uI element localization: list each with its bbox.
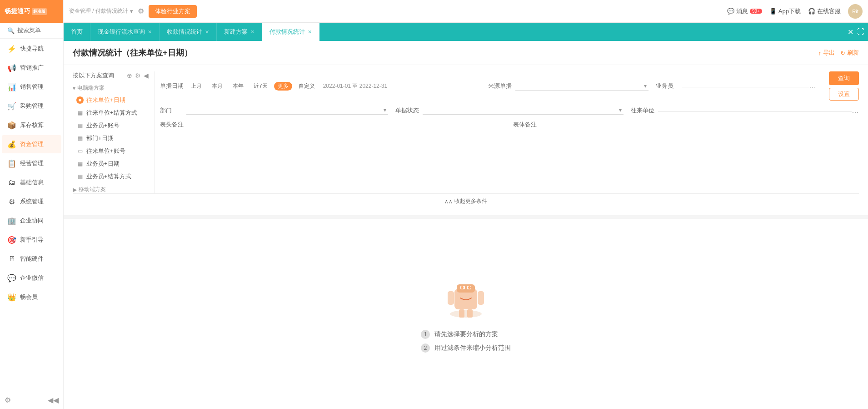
sidebar-item-hardware[interactable]: 🖥 智能硬件 bbox=[2, 250, 61, 268]
hint-text-2: 用过滤条件来缩小分析范围 bbox=[434, 344, 511, 352]
scheme-item-staff-date[interactable]: ▦业务员+日期 bbox=[73, 157, 149, 170]
tab-new-scheme[interactable]: 新建方案✕ bbox=[217, 23, 262, 41]
sidebar-item-wechat[interactable]: 💬 企业微信 bbox=[2, 269, 61, 287]
expand-tab-icon[interactable]: ⛶ bbox=[857, 28, 864, 36]
export-icon: ↑ bbox=[818, 50, 822, 56]
hint-num-2: 2 bbox=[421, 343, 430, 353]
sidebar-icon-system: ⚙ bbox=[7, 197, 16, 206]
breadcrumb-dropdown-icon[interactable]: ▾ bbox=[130, 8, 133, 15]
tab-payment-stats[interactable]: 付款情况统计✕ bbox=[262, 23, 319, 41]
desktop-scheme-group[interactable]: ▾ 电脑端方案 bbox=[73, 84, 149, 92]
tab-close-receipt-stats[interactable]: ✕ bbox=[205, 29, 209, 35]
header-remark-input[interactable] bbox=[187, 120, 506, 129]
sidebar-icon-finance: 💰 bbox=[7, 140, 16, 149]
sidebar-item-system[interactable]: ⚙ 系统管理 bbox=[2, 192, 61, 211]
topbar-settings-icon[interactable]: ⚙ bbox=[138, 7, 144, 15]
body-remark-input[interactable] bbox=[540, 120, 859, 129]
export-btn[interactable]: ↑ 导出 bbox=[818, 49, 835, 57]
avatar[interactable]: Rit bbox=[848, 4, 863, 19]
scheme-header: 按以下方案查询 ⊕ ⚙ ◀ bbox=[73, 71, 149, 80]
sidebar-icon-purchase: 🛒 bbox=[7, 101, 16, 111]
header-remark-filter: 表头备注 bbox=[160, 120, 506, 129]
refresh-btn[interactable]: ↻ 刷新 bbox=[840, 49, 859, 57]
sidebar-item-member[interactable]: 👑 畅会员 bbox=[2, 288, 61, 306]
scheme-active-dot-unit-date bbox=[76, 96, 84, 104]
scheme-item-staff-account[interactable]: ▦业务员+账号 bbox=[73, 119, 149, 132]
sidebar-icon-sales: 📊 bbox=[7, 82, 16, 91]
counterpart-dots[interactable]: … bbox=[852, 106, 859, 115]
collapse-sidebar-icon[interactable]: ◀◀ bbox=[48, 396, 59, 404]
scheme-item-staff-settle[interactable]: ▦业务员+结算方式 bbox=[73, 170, 149, 183]
query-btn[interactable]: 查询 bbox=[829, 71, 859, 85]
add-scheme-icon[interactable]: ⊕ bbox=[127, 72, 132, 79]
sidebar-label-guide: 新手引导 bbox=[20, 236, 44, 244]
tab-receipt-stats[interactable]: 收款情况统计✕ bbox=[160, 23, 217, 41]
tab-close-payment-stats[interactable]: ✕ bbox=[308, 29, 312, 35]
scheme-label-unit-account: 往来单位+账号 bbox=[86, 147, 125, 155]
sidebar-item-inventory[interactable]: 📦 库存核算 bbox=[2, 116, 61, 134]
svg-rect-2 bbox=[457, 284, 475, 293]
header-remark-label: 表头备注 bbox=[160, 121, 184, 129]
service-btn[interactable]: 🎧 在线客服 bbox=[808, 7, 841, 15]
sidebar-item-guide[interactable]: 🎯 新手引导 bbox=[2, 231, 61, 249]
date-tab-more[interactable]: 更多 bbox=[274, 82, 292, 91]
staff-dots[interactable]: … bbox=[809, 82, 816, 90]
query-settings: 查询 设置 bbox=[829, 71, 859, 101]
source-select-arrow: ▾ bbox=[644, 83, 647, 89]
hint-text-1: 请先选择要分析的方案 bbox=[434, 330, 498, 338]
settings-btn[interactable]: 设置 bbox=[829, 88, 859, 101]
sidebar-icon-basic: 🗂 bbox=[7, 178, 16, 187]
scheme-item-unit-account[interactable]: ▭往来单位+账号 bbox=[73, 145, 149, 157]
sidebar-label-quick-nav: 快捷导航 bbox=[20, 45, 44, 53]
avatar-text: Rit bbox=[852, 9, 858, 14]
settings-scheme-icon[interactable]: ⚙ bbox=[135, 72, 141, 79]
search-menu[interactable]: 🔍 搜索菜单 bbox=[0, 23, 63, 39]
scheme-item-dept-date[interactable]: ▦部门+日期 bbox=[73, 132, 149, 145]
date-tab-this-month[interactable]: 本月 bbox=[208, 81, 226, 91]
date-tab-7days[interactable]: 近7天 bbox=[250, 81, 271, 91]
sidebar-item-cooperation[interactable]: 🏢 企业协同 bbox=[2, 212, 61, 230]
date-tab-custom[interactable]: 自定义 bbox=[295, 81, 319, 91]
scheme-label-dept-date: 部门+日期 bbox=[86, 134, 114, 142]
sidebar-item-purchase[interactable]: 🛒 采购管理 bbox=[2, 97, 61, 115]
collapse-btn[interactable]: ∧∧ 收起更多条件 bbox=[73, 193, 859, 209]
status-select-arrow: ▾ bbox=[619, 107, 622, 113]
sidebar-nav: ⚡ 快捷导航 📢 营销推广 📊 销售管理 🛒 采购管理 📦 库存核算 💰 资金管… bbox=[0, 39, 63, 391]
sidebar-label-system: 系统管理 bbox=[20, 197, 44, 206]
empty-state-image bbox=[439, 275, 493, 321]
collapse-scheme-icon[interactable]: ◀ bbox=[144, 72, 149, 79]
settings-bottom-icon[interactable]: ⚙ bbox=[5, 396, 11, 404]
status-select[interactable]: ▾ bbox=[423, 106, 624, 115]
scheme-item-unit-settle[interactable]: ▦往来单位+结算方式 bbox=[73, 106, 149, 119]
main: 资金管理 / 付款情况统计 ▾ ⚙ 体验行业方案 💬 消息 99+ 📱 App下… bbox=[64, 0, 868, 409]
tab-close-bank-flow[interactable]: ✕ bbox=[148, 29, 152, 35]
refresh-icon: ↻ bbox=[840, 50, 845, 56]
sidebar-icon-hardware: 🖥 bbox=[7, 254, 16, 263]
date-tab-this-year[interactable]: 本年 bbox=[229, 81, 247, 91]
close-tab-icon[interactable]: ✕ bbox=[848, 28, 853, 36]
mobile-scheme-group[interactable]: ▶ 移动端方案 bbox=[73, 183, 149, 193]
sidebar-bottom: ⚙ ◀◀ bbox=[0, 391, 63, 409]
counterpart-select[interactable] bbox=[658, 109, 852, 111]
sidebar-item-quick-nav[interactable]: ⚡ 快捷导航 bbox=[2, 40, 61, 58]
tab-close-new-scheme[interactable]: ✕ bbox=[250, 29, 254, 35]
dept-select[interactable]: ▾ bbox=[186, 106, 388, 115]
date-tab-last-month[interactable]: 上月 bbox=[187, 81, 205, 91]
sidebar-item-sales[interactable]: 📊 销售管理 bbox=[2, 78, 61, 96]
topbar-left: 资金管理 / 付款情况统计 ▾ ⚙ 体验行业方案 bbox=[69, 5, 727, 18]
service-icon: 🎧 bbox=[808, 8, 815, 15]
sidebar-item-marketing[interactable]: 📢 营销推广 bbox=[2, 59, 61, 77]
staff-select[interactable] bbox=[682, 85, 809, 87]
message-btn[interactable]: 💬 消息 99+ bbox=[727, 7, 762, 15]
app-download-btn[interactable]: 📱 App下载 bbox=[769, 7, 801, 15]
page-title: 付款情况统计（往来单位+日期） bbox=[73, 47, 192, 58]
sidebar-item-operation[interactable]: 📋 经营管理 bbox=[2, 154, 61, 172]
sidebar-item-basic[interactable]: 🗂 基础信息 bbox=[2, 173, 61, 192]
tab-home[interactable]: 首页 bbox=[64, 23, 90, 41]
scheme-icon-staff-settle: ▦ bbox=[76, 173, 84, 180]
scheme-item-unit-date[interactable]: 往来单位+日期 bbox=[73, 94, 149, 106]
source-select[interactable]: ▾ bbox=[515, 82, 649, 91]
tab-bank-flow[interactable]: 现金银行流水查询✕ bbox=[90, 23, 160, 41]
trial-btn[interactable]: 体验行业方案 bbox=[149, 5, 197, 18]
sidebar-item-finance[interactable]: 💰 资金管理 bbox=[2, 135, 61, 153]
